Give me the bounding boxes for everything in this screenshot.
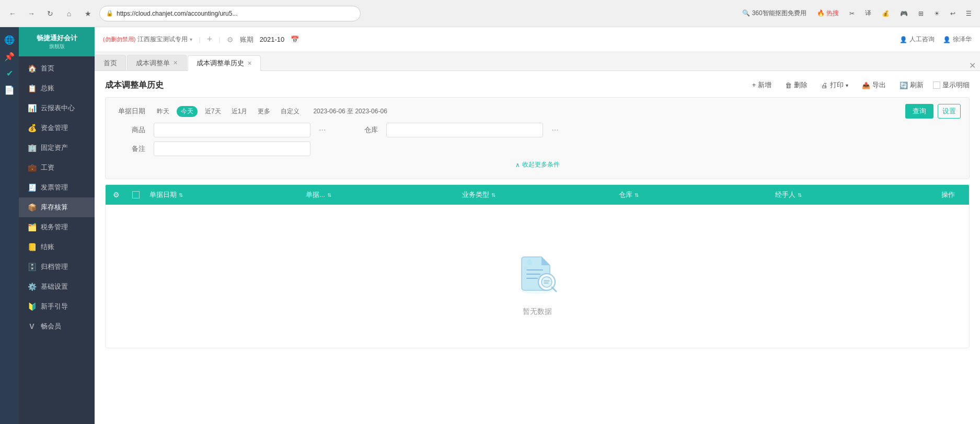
tab-cost-adjust[interactable]: 成本调整单 ✕ [127, 55, 187, 70]
select-all-checkbox[interactable] [132, 191, 140, 198]
sidebar-item-label-payroll: 工资 [41, 163, 54, 172]
undo-btn[interactable]: ↩ [947, 8, 959, 19]
icon-bar-item-1[interactable]: 📌 [2, 49, 17, 64]
delete-btn[interactable]: 🗑 删除 [781, 78, 812, 92]
sidebar-item-tax[interactable]: 🗂️ 税务管理 [19, 217, 95, 237]
date-filter-group: 昨天 今天 近7天 近1月 更多 自定义 [154, 106, 303, 117]
th-doc-no-sort-icon: ⇅ [327, 192, 331, 198]
export-btn[interactable]: 📤 导出 [858, 78, 890, 92]
date-btn-more[interactable]: 更多 [255, 106, 273, 117]
collapse-filter-btn[interactable]: ∧ 收起更多条件 [515, 160, 560, 169]
search-tool-btn[interactable]: 🔍 360智能抠图免费用 [739, 7, 809, 19]
sidebar-item-vip[interactable]: V 畅会员 [19, 316, 95, 336]
date-btn-yesterday[interactable]: 昨天 [154, 106, 172, 117]
date-btn-custom[interactable]: 自定义 [278, 106, 303, 117]
warehouse-filter-dots[interactable]: ··· [551, 125, 558, 135]
th-handler-label: 经手人 [775, 190, 795, 199]
sidebar-item-archive[interactable]: 🗄️ 归档管理 [19, 257, 95, 277]
sidebar-item-settings[interactable]: ⚙️ 基础设置 [19, 277, 95, 297]
company-prefix: (勿删勿禁用) [103, 36, 135, 43]
date-btn-7days[interactable]: 近7天 [202, 106, 224, 117]
sidebar-item-label-home: 首页 [41, 64, 54, 73]
svg-point-10 [524, 266, 527, 270]
show-summary-toggle[interactable]: 显示明细 [933, 80, 970, 90]
hot-search-btn[interactable]: 🔥 热搜 [814, 7, 842, 19]
sidebar-item-guide[interactable]: 🔰 新手引导 [19, 297, 95, 316]
bookmark-button[interactable]: ★ [80, 6, 95, 21]
scissors-btn[interactable]: ✂ [846, 8, 858, 19]
sidebar-item-label-close: 结账 [41, 242, 54, 252]
separator-1: | [199, 36, 200, 43]
date-btn-1month[interactable]: 近1月 [228, 106, 251, 117]
warehouse-filter-input[interactable] [386, 123, 543, 137]
svg-point-5 [541, 277, 552, 287]
brightness-btn[interactable]: ☀ [931, 8, 943, 19]
refresh-btn[interactable]: 🔄 刷新 [895, 78, 928, 92]
th-date[interactable]: 单据日期 ⇅ [145, 190, 302, 199]
print-btn[interactable]: 🖨 打印 ▾ [817, 78, 852, 92]
remark-filter-label: 备注 [114, 144, 145, 154]
sidebar-item-ledger[interactable]: 📋 总账 [19, 78, 95, 98]
menu-btn[interactable]: ☰ [963, 8, 975, 19]
refresh-button[interactable]: ↻ [43, 6, 57, 21]
new-btn-label: + 新增 [752, 80, 771, 90]
period-value: 2021-10 [260, 36, 285, 43]
th-biz-type[interactable]: 业务类型 ⇅ [458, 190, 614, 199]
collapse-up-icon: ∧ [515, 161, 520, 169]
th-gear-btn[interactable]: ⚙ [106, 191, 126, 199]
sidebar-item-home[interactable]: 🏠 首页 [19, 58, 95, 78]
th-action: 操作 [927, 190, 969, 199]
translate-btn[interactable]: 译 [862, 7, 874, 19]
sidebar-item-label-assets: 固定资产 [41, 143, 68, 152]
user-avatar-btn[interactable]: 👤 徐泽华 [943, 35, 972, 44]
game-btn[interactable]: 🎮 [897, 8, 911, 19]
sidebar-item-payroll[interactable]: 💼 工资 [19, 158, 95, 178]
sidebar-item-assets[interactable]: 🏢 固定资产 [19, 138, 95, 158]
tab-cost-adjust-history[interactable]: 成本调整单历史 ✕ [188, 55, 261, 71]
filter-row-goods: 商品 ··· 仓库 ··· [114, 123, 961, 137]
tab-home[interactable]: 首页 [95, 55, 126, 70]
sidebar-item-reports[interactable]: 📊 云报表中心 [19, 98, 95, 118]
forward-button[interactable]: → [24, 6, 39, 21]
calendar-icon[interactable]: 📅 [291, 36, 299, 43]
wallet-btn[interactable]: 💰 [879, 8, 893, 19]
th-doc-no[interactable]: 单据... ⇅ [302, 190, 458, 199]
app-container: 🌐 📌 ✔ 📄 畅捷通好会计 旗舰版 🏠 首页 📋 总账 📊 云报表中心 💰 [0, 27, 980, 424]
close-all-btn[interactable]: ✕ [969, 61, 976, 70]
goods-filter-input[interactable] [154, 123, 310, 137]
table-container: ⚙ 单据日期 ⇅ 单据... ⇅ 业务类型 ⇅ [105, 184, 970, 348]
date-range-text: 2023-06-06 至 2023-06-06 [313, 107, 387, 116]
settings-gear-btn[interactable]: ⚙ [227, 36, 234, 44]
customer-service-btn[interactable]: 👤 人工咨询 [900, 35, 935, 44]
th-handler[interactable]: 经手人 ⇅ [771, 190, 927, 199]
tab-cost-adjust-close[interactable]: ✕ [173, 60, 178, 66]
main-area: (勿删勿禁用) 江西服宝测试专用 ▾ | + | ⚙ 账期 2021-10 📅 … [95, 27, 980, 424]
icon-bar-item-3[interactable]: 📄 [2, 83, 17, 97]
tab-cost-adjust-history-close[interactable]: ✕ [247, 60, 252, 67]
vip-icon: V [27, 322, 37, 331]
icon-bar-weibo[interactable]: 🌐 [2, 32, 17, 47]
company-selector[interactable]: (勿删勿禁用) 江西服宝测试专用 ▾ [103, 35, 192, 44]
date-btn-today[interactable]: 今天 [177, 106, 198, 117]
empty-text: 暂无数据 [523, 307, 552, 316]
remark-filter-input[interactable] [154, 142, 310, 156]
query-btn[interactable]: 查询 [905, 104, 933, 119]
summary-checkbox[interactable] [933, 81, 940, 89]
sidebar-item-funds[interactable]: 💰 资金管理 [19, 118, 95, 138]
service-label: 人工咨询 [909, 35, 935, 44]
th-warehouse[interactable]: 仓库 ⇅ [615, 190, 771, 199]
home-button[interactable]: ⌂ [62, 6, 76, 21]
add-company-btn[interactable]: + [207, 34, 213, 45]
sidebar-item-close[interactable]: 📒 结账 [19, 237, 95, 257]
grid-btn[interactable]: ⊞ [915, 8, 927, 19]
url-bar[interactable]: 🔒 https://cloud.chanjet.com/accounting/u… [99, 6, 361, 21]
icon-bar-item-2[interactable]: ✔ [2, 66, 17, 80]
goods-filter-dots[interactable]: ··· [319, 125, 326, 135]
sidebar-item-inventory[interactable]: 📦 库存核算 [19, 197, 95, 217]
th-checkbox-all[interactable] [126, 191, 145, 198]
sidebar-item-invoice[interactable]: 🧾 发票管理 [19, 178, 95, 197]
gear-icon: ⚙ [113, 191, 120, 199]
back-button[interactable]: ← [5, 6, 20, 21]
filter-setting-btn[interactable]: 设置 [938, 104, 961, 119]
new-btn[interactable]: + 新增 [748, 78, 776, 92]
